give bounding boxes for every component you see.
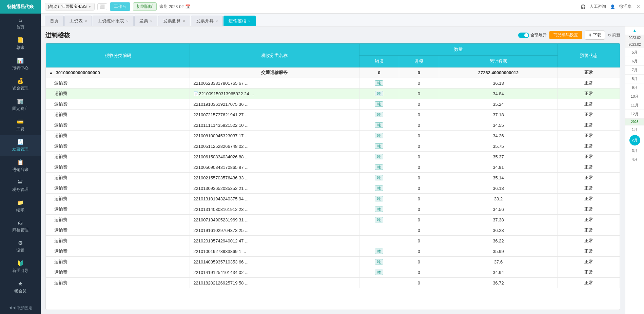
support-label[interactable]: 人工咨询 [590, 4, 606, 9]
qty-tag: 吨 [375, 112, 383, 117]
col-cumulative: 累计数额 [439, 56, 558, 67]
month-1[interactable]: 1月 [625, 125, 644, 134]
cell-tag: 吨 [359, 215, 399, 225]
month-3[interactable]: 3月 [625, 146, 644, 155]
qty-tag: 吨 [375, 196, 383, 201]
table-row[interactable]: 运输费 221005090343170865 87 ... 吨 0 34.91 … [46, 162, 620, 173]
month-5[interactable]: 5月 [625, 48, 644, 57]
tab-payroll-close[interactable]: × [85, 19, 87, 23]
workspace-button[interactable]: 工作台 [110, 2, 130, 11]
sidebar-item-settings[interactable]: ⚙ 设置 [0, 236, 41, 257]
table-row[interactable]: 运输费 221006150834034026 88 ... 吨 0 35.37 … [46, 152, 620, 162]
download-icon: ⬇ [588, 33, 592, 38]
cell-name: 运输费 [46, 131, 190, 141]
tab-invoice-calc[interactable]: 发票测算 × [158, 16, 190, 26]
month-6[interactable]: 6月 [625, 57, 644, 66]
sidebar-item-payroll[interactable]: 💳 工资 [0, 115, 41, 135]
sidebar-item-funds[interactable]: 💰 资金管理 [0, 74, 41, 95]
table-row[interactable]: 运输费 221019161029764373 25 ... 0 36.23 正常 [46, 225, 620, 236]
cell-name: 交通运输服务 [190, 67, 359, 78]
close-icon[interactable]: × [637, 4, 640, 10]
sidebar-item-home[interactable]: ⌂ 首页 [0, 14, 41, 34]
table-row[interactable]: 运输费 221011111435921522 10 ... 吨 0 34.55 … [46, 120, 620, 131]
tab-payroll-stats-close[interactable]: × [126, 19, 128, 23]
cell-name: 运输费 [46, 162, 190, 173]
month-10[interactable]: 10月 [625, 92, 644, 101]
switch-version-button[interactable]: 切到旧版 [133, 2, 157, 11]
table-row[interactable]: 运输费 221010019278983869 1 ... 吨 0 35.99 正… [46, 246, 620, 257]
table-row[interactable]: 运输费 221013101943240375 94 ... 吨 0 33.2 正… [46, 194, 620, 204]
setting-button[interactable]: 商品编码设置 [549, 31, 582, 39]
tab-sales-check-close[interactable]: × [248, 19, 250, 23]
table-row[interactable]: 运输费 221019103619217075 36 ... 吨 0 35.24 … [46, 99, 620, 110]
cell-tag: 吨 [359, 204, 399, 215]
table-row[interactable]: 运输费 221013140308161912 23 ... 吨 0 34.56 … [46, 204, 620, 215]
cell-status: 正常 [558, 204, 620, 215]
tab-invoice-open[interactable]: 发票开具 × [191, 16, 223, 26]
tab-payroll[interactable]: 工资表 × [64, 16, 92, 26]
download-button[interactable]: ⬇ 下载 [585, 31, 605, 40]
table-row[interactable]: 运输费 221005233817801765 67 ... 吨 0 36.13 … [46, 78, 620, 89]
sidebar-item-invoices[interactable]: 🧾 发票管理 [0, 135, 41, 156]
tab-payroll-stats[interactable]: 工资统计报表 × [93, 16, 133, 26]
app-logo: 畅捷通易代账 [0, 0, 41, 14]
sidebar-item-guide[interactable]: 🔰 新手引导 [0, 257, 41, 277]
cell-sale: 0 [399, 194, 439, 204]
sidebar-item-settlement[interactable]: 📁 结账 [0, 196, 41, 216]
sidebar-item-reports[interactable]: 📊 报表中心 [0, 54, 41, 74]
cell-tag [359, 278, 399, 288]
table-row[interactable]: 运输费 221014085935710353 66 ... 吨 0 37.6 正… [46, 257, 620, 267]
table-row[interactable]: 运输费 221005112528266748 02 ... 吨 0 35.75 … [46, 141, 620, 152]
expand-icon[interactable]: ▲ [49, 70, 53, 75]
cell-cumulative: 37.18 [439, 110, 558, 120]
cell-tag: 吨 [359, 110, 399, 120]
nav-up-arrow[interactable]: ▲ [625, 26, 644, 35]
toggle-expand[interactable]: 全部展开 [518, 32, 547, 38]
sidebar-item-label: 报表中心 [12, 65, 28, 71]
month-11[interactable]: 11月 [625, 101, 644, 110]
cell-cumulative: 35.14 [439, 173, 558, 183]
table-row[interactable]: 运输费 221007215737621941 27 ... 吨 0 37.18 … [46, 110, 620, 120]
cell-sale: 0 [399, 204, 439, 215]
tab-home[interactable]: 首页 [45, 16, 64, 26]
month-2-active[interactable]: 2月 [629, 135, 640, 146]
sidebar-unpin[interactable]: ◀◀ 取消固定 [0, 302, 41, 314]
table-row[interactable]: 运输费 221007134905231969 31 ... 吨 0 37.38 … [46, 215, 620, 225]
cell-name: 运输费 [46, 204, 190, 215]
month-4[interactable]: 4月 [625, 155, 644, 164]
table-row[interactable]: 运输费 221020135742940012 47 ... 0 36.22 正常 [46, 236, 620, 246]
cell-cumulative: 35.75 [439, 141, 558, 152]
cell-cumulative: 34.26 [439, 131, 558, 141]
refresh-button[interactable]: ↺ 刷新 [608, 32, 620, 38]
table-row[interactable]: 运输费 📄221009150313965922 24 ... 吨 0 34.84… [46, 89, 620, 99]
period-value: 2023-02 [169, 4, 184, 9]
table-row[interactable]: 运输费 221002155703576436 33 ... 吨 0 35.14 … [46, 173, 620, 183]
month-9[interactable]: 9月 [625, 83, 644, 92]
month-8[interactable]: 8月 [625, 75, 644, 83]
table-row[interactable]: 运输费 221014191254101434 02 ... 吨 0 34.94 … [46, 267, 620, 278]
tab-sales-check[interactable]: 进销稽核 × [223, 16, 255, 26]
sidebar-item-tax[interactable]: 🏛 税务管理 [0, 176, 41, 196]
company-selector[interactable]: (勿动）江西报宝-LSS ▼ [45, 3, 95, 11]
toggle-switch[interactable] [518, 33, 529, 38]
table-row[interactable]: 运输费 221013093652085352 21 ... 吨 0 36.13 … [46, 183, 620, 194]
cell-invoice-code: 221007215737621941 27 ... [190, 110, 359, 120]
sidebar-item-assets[interactable]: 🏢 固定资产 [0, 95, 41, 115]
tab-invoice-close[interactable]: × [150, 19, 152, 23]
month-7[interactable]: 7月 [625, 66, 644, 75]
cell-invoice-code: 221010019278983869 1 ... [190, 246, 359, 257]
cell-name: 运输费 [46, 78, 190, 89]
month-12[interactable]: 12月 [625, 110, 644, 119]
sidebar-item-purchase[interactable]: 📋 进销台账 [0, 156, 41, 176]
cell-status: 正常 [558, 110, 620, 120]
table-row[interactable]: ▲ 301000000000000000 交通运输服务 0 0 27262.40… [46, 67, 620, 78]
table-row[interactable]: 运输费 221008100945323037 17 ... 吨 0 34.26 … [46, 131, 620, 141]
tab-invoice-open-close[interactable]: × [216, 19, 218, 23]
tab-invoice[interactable]: 发票 × [134, 16, 157, 26]
tab-invoice-calc-close[interactable]: × [183, 19, 185, 23]
sidebar-item-member[interactable]: ★ 畅会员 [0, 277, 41, 297]
sidebar-item-archive[interactable]: 🗂 归档管理 [0, 216, 41, 236]
table-row[interactable]: 运输费 221018202126925719 58 ... 0 36.72 正常 [46, 278, 620, 288]
copy-button[interactable]: ⬜ [97, 3, 107, 10]
sidebar-item-ledger[interactable]: 📒 总账 [0, 34, 41, 54]
